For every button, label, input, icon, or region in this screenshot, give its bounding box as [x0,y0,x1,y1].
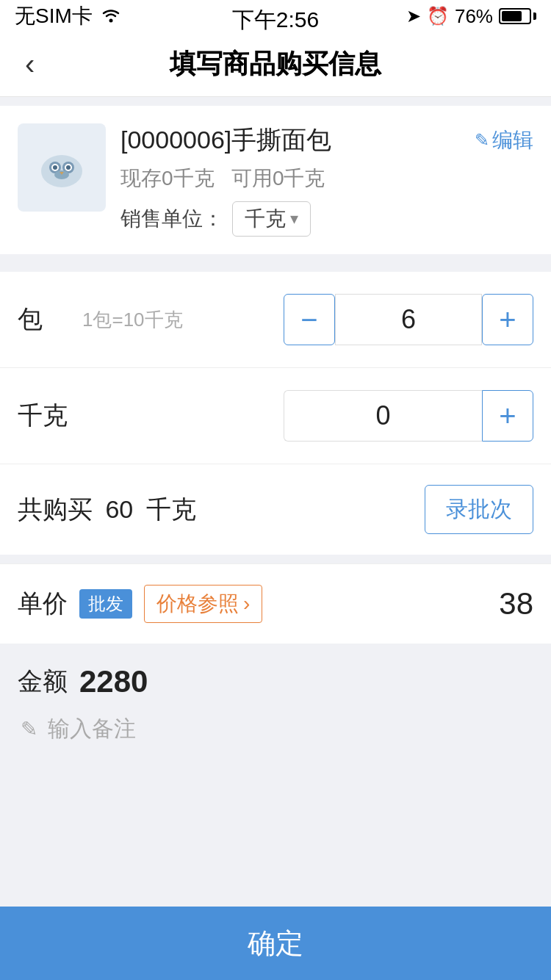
quantity-section: 包 1包=10千克 − + 千克 + 共购买 60 千克 录批次 [0,272,551,555]
qty-sublabel-bao: 1包=10千克 [82,307,284,333]
svg-point-6 [53,165,57,170]
confirm-button[interactable]: 确定 [0,907,551,980]
qty-control-kg: + [284,390,533,442]
page-title: 填写商品购买信息 [170,46,381,82]
product-image [18,123,106,212]
edit-label: 编辑 [492,126,533,154]
qty-input-bao[interactable] [335,294,482,345]
status-left: 无SIM卡 [15,2,122,30]
product-unit-row: 销售单位： 千克 ▾ [120,201,533,237]
total-prefix: 共购买 [18,495,93,523]
total-row: 共购买 60 千克 录批次 [0,464,551,555]
location-icon: ➤ [406,6,421,26]
divider-2 [0,555,551,563]
dropdown-icon: ▾ [290,209,298,228]
amount-section: 金额 2280 ✎ 输入备注 [0,644,551,765]
total-text: 共购买 60 千克 [18,493,196,527]
product-card: [0000006]手撕面包 ✎ 编辑 现存0千克 可用0千克 销售单位： 千克 … [0,106,551,254]
remark-row[interactable]: ✎ 输入备注 [18,714,533,765]
unit-select[interactable]: 千克 ▾ [232,201,311,237]
price-ref-button[interactable]: 价格参照 › [144,585,262,623]
status-time: 下午2:56 [232,5,319,35]
nav-bar: ‹ 填写商品购买信息 [0,32,551,97]
product-title-row: [0000006]手撕面包 ✎ 编辑 [120,123,533,157]
price-ref-label: 价格参照 [156,590,239,618]
carrier-label: 无SIM卡 [15,2,93,30]
edit-icon: ✎ [475,130,489,151]
remark-placeholder: 输入备注 [48,714,136,744]
price-label: 单价 [18,587,68,621]
qty-label-kg: 千克 [18,399,76,433]
price-ref-arrow: › [243,592,250,616]
available-label: 可用0千克 [231,167,325,190]
qty-minus-bao[interactable]: − [284,294,335,345]
price-section: 单价 批发 价格参照 › 38 [0,563,551,644]
remark-icon: ✎ [21,717,37,741]
alarm-icon: ⏰ [427,6,449,26]
batch-button[interactable]: 录批次 [425,485,533,534]
unit-value: 千克 [245,205,286,233]
wifi-icon [100,4,122,28]
qty-label-bao: 包 [18,303,76,336]
qty-row-kg: 千克 + [0,368,551,464]
amount-row: 金额 2280 [18,664,533,714]
qty-plus-bao[interactable]: + [482,294,533,345]
product-info: [0000006]手撕面包 ✎ 编辑 现存0千克 可用0千克 销售单位： 千克 … [120,123,533,237]
unit-prefix: 销售单位： [120,205,223,233]
qty-input-kg[interactable] [284,390,482,442]
qty-plus-kg[interactable]: + [482,390,533,442]
total-quantity: 60 [105,495,133,523]
price-value: 38 [499,586,533,621]
amount-label: 金额 [18,665,68,699]
total-unit: 千克 [146,495,196,523]
svg-point-0 [109,19,112,23]
battery-percent: 76% [455,5,493,28]
status-right: ➤ ⏰ 76% [406,5,536,28]
product-stock: 现存0千克 可用0千克 [120,165,533,192]
status-bar: 无SIM卡 下午2:56 ➤ ⏰ 76% [0,0,551,32]
amount-value: 2280 [79,664,148,699]
qty-row-bao: 包 1包=10千克 − + [0,272,551,368]
back-button[interactable]: ‹ [18,40,42,88]
batch-tag: 批发 [79,589,132,619]
stock-label: 现存0千克 [120,167,215,190]
qty-control-bao: − + [284,294,533,345]
battery-icon [499,8,536,24]
product-name: [0000006]手撕面包 [120,123,331,157]
divider-1 [0,254,551,263]
edit-button[interactable]: ✎ 编辑 [475,126,533,154]
svg-point-7 [66,165,71,170]
